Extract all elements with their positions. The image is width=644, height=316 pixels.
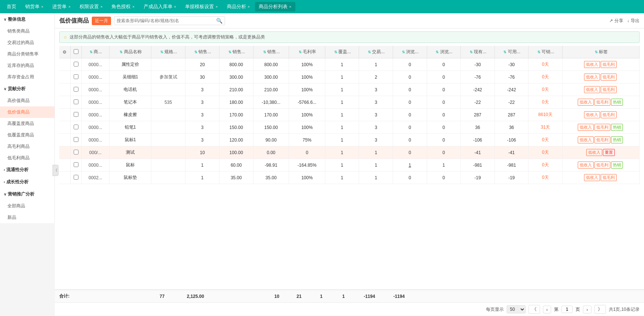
select-all-checkbox[interactable] — [74, 49, 78, 54]
sidebar-item-low-profit[interactable]: 低毛利商品 — [0, 152, 54, 164]
sidebar-item-new-goods[interactable]: 新品 — [0, 212, 54, 223]
td-tags: 低收入低毛利 — [562, 84, 639, 96]
th-current-stock[interactable]: ⇅ 现有... — [461, 46, 495, 58]
td-current-stock: -19 — [461, 171, 495, 184]
sidebar-item-stock-capital[interactable]: 库存资金占用 — [0, 71, 54, 83]
header-right: ↗ 分享 ↓ 导出 — [609, 18, 640, 24]
th-code[interactable]: ⇅ 商... — [81, 46, 109, 58]
search-icon[interactable]: 🔍 — [216, 18, 222, 24]
td-tags: 低收入低毛利 — [562, 71, 639, 84]
td-settings — [59, 134, 70, 146]
sidebar-item-all-goods[interactable]: 全部商品 — [0, 200, 54, 212]
nav-close-sales[interactable]: × — [41, 4, 43, 9]
view-count-link[interactable]: 1 — [409, 163, 411, 168]
th-tags[interactable]: ⇅ 标签 — [562, 46, 639, 58]
td-sale-qty: 3 — [185, 134, 219, 146]
share-button[interactable]: ↗ 分享 — [609, 18, 623, 24]
nav-item-sales[interactable]: 销货单 × — [21, 2, 47, 11]
nav-close-analysis[interactable]: × — [248, 4, 250, 9]
row-checkbox-1[interactable] — [74, 74, 78, 79]
td-sellable-days: 0天 — [529, 96, 563, 109]
nav-close-roles[interactable]: × — [132, 4, 134, 9]
td-name: 鼠标垫 — [109, 171, 151, 184]
nav-item-purchase[interactable]: 进货单 × — [48, 2, 74, 11]
th-coverage[interactable]: ⇅ 覆盖... — [325, 46, 359, 58]
sidebar-item-sales-goods[interactable]: 销售类商品 — [0, 26, 54, 37]
th-sale-profit[interactable]: ⇅ 销售... — [253, 46, 289, 58]
td-sale-profit: 90.00 — [253, 134, 289, 146]
search-input[interactable] — [117, 18, 215, 23]
nav-item-template[interactable]: 单据模板设置 × — [181, 2, 221, 11]
nav-item-analysis-list[interactable]: 商品分析列表 × — [255, 2, 295, 11]
sidebar-item-low-stock[interactable]: 近库存的商品 — [0, 60, 54, 71]
th-sellable-days[interactable]: ⇅ 可销... — [529, 46, 563, 58]
td-sale-qty: 1 — [185, 171, 219, 184]
sidebar-item-category-rate[interactable]: 商品分类销售率 — [0, 48, 54, 60]
last-page-button[interactable]: 》 — [594, 305, 606, 314]
th-sale-amount[interactable]: ⇅ 销售... — [219, 46, 253, 58]
td-current-stock: 287 — [461, 109, 495, 121]
row-checkbox-9[interactable] — [74, 175, 78, 180]
sidebar-group-growth[interactable]: › 成长性分析 — [0, 176, 54, 188]
first-page-button[interactable]: 《 — [529, 305, 540, 314]
td-view-count: 1 — [393, 159, 427, 171]
th-transaction[interactable]: ⇅ 交易... — [359, 46, 393, 58]
sidebar-group-circulation[interactable]: › 流通性分析 — [0, 164, 54, 176]
page-size-select[interactable]: 50 100 200 — [507, 305, 526, 313]
td-available-stock: -41 — [494, 146, 529, 159]
nav-close-purchase[interactable]: × — [68, 4, 70, 9]
nav-item-stock-in[interactable]: 产成品入库单 × — [140, 2, 180, 11]
td-checkbox — [70, 84, 81, 96]
td-spec — [151, 159, 185, 171]
td-available-stock: -30 — [494, 58, 529, 71]
sidebar-item-low-coverage[interactable]: 低覆盖度商品 — [0, 129, 54, 141]
td-margin: -164.85% — [289, 159, 325, 171]
prev-page-button[interactable]: ‹ — [543, 306, 551, 313]
row-checkbox-8[interactable] — [74, 162, 78, 167]
nav-close-analysis-list[interactable]: × — [289, 4, 291, 9]
sidebar-group-contribution[interactable]: ∨ 贡献分析 — [0, 83, 54, 95]
td-margin: 100% — [289, 71, 325, 84]
nav-close-stock-in[interactable]: × — [174, 4, 176, 9]
th-sale-qty[interactable]: ⇅ 销售... — [185, 46, 219, 58]
sidebar-item-low-value[interactable]: 低价值商品 — [0, 106, 54, 118]
td-checkbox — [70, 146, 81, 159]
row-checkbox-2[interactable] — [74, 87, 78, 92]
nav-item-permissions[interactable]: 权限设置 × — [76, 2, 106, 11]
th-settings[interactable]: ⚙ — [59, 46, 70, 58]
td-current-stock: -30 — [461, 58, 495, 71]
row-checkbox-7[interactable] — [74, 150, 78, 154]
nav-close-permissions[interactable]: × — [100, 4, 103, 9]
sidebar-item-high-coverage[interactable]: 高覆盖度商品 — [0, 118, 54, 129]
sidebar-item-high-value[interactable]: 高价值商品 — [0, 95, 54, 106]
nav-item-analysis[interactable]: 商品分析 × — [223, 2, 254, 11]
row-checkbox-5[interactable] — [74, 125, 78, 129]
td-current-stock: -242 — [461, 84, 495, 96]
sidebar-group-general[interactable]: ∨ 整体信息 — [0, 13, 54, 26]
row-checkbox-3[interactable] — [74, 99, 78, 104]
page-input[interactable] — [561, 306, 573, 313]
nav-item-home[interactable]: 首页 — [3, 2, 20, 11]
sort-icon4: ⇅ — [194, 50, 197, 54]
row-checkbox-0[interactable] — [74, 62, 78, 67]
row-checkbox-4[interactable] — [74, 112, 78, 117]
sidebar-group-marketing[interactable]: ∨ 营销推广分析 — [0, 188, 54, 200]
th-available-stock[interactable]: ⇅ 可用... — [494, 46, 529, 58]
row-checkbox-6[interactable] — [74, 137, 78, 142]
sidebar-item-traded-goods[interactable]: 交易过的商品 — [0, 37, 54, 48]
sidebar-item-high-profit[interactable]: 高毛利商品 — [0, 141, 54, 152]
th-margin[interactable]: ⇅ 毛利率 — [289, 46, 325, 58]
time-filter-button[interactable]: 近一月 — [92, 17, 111, 25]
sidebar-collapse-button[interactable]: 《 — [53, 165, 58, 176]
nav-close-template[interactable]: × — [215, 4, 218, 9]
next-page-button[interactable]: › — [583, 306, 591, 313]
th-view-rate[interactable]: ⇅ 浏览... — [427, 46, 461, 58]
export-button[interactable]: ↓ 导出 — [627, 18, 640, 24]
nav-item-roles[interactable]: 角色授权 × — [108, 2, 138, 11]
th-name[interactable]: ⇅ 商品名称 — [109, 46, 151, 58]
footer-sale-amount: 2,125.00 — [181, 294, 210, 299]
th-spec[interactable]: ⇅ 规格... — [151, 46, 185, 58]
sort-icon5: ⇅ — [228, 50, 231, 54]
th-view-count[interactable]: ⇅ 浏览... — [393, 46, 427, 58]
td-sellable-days: 0天 — [529, 171, 563, 184]
